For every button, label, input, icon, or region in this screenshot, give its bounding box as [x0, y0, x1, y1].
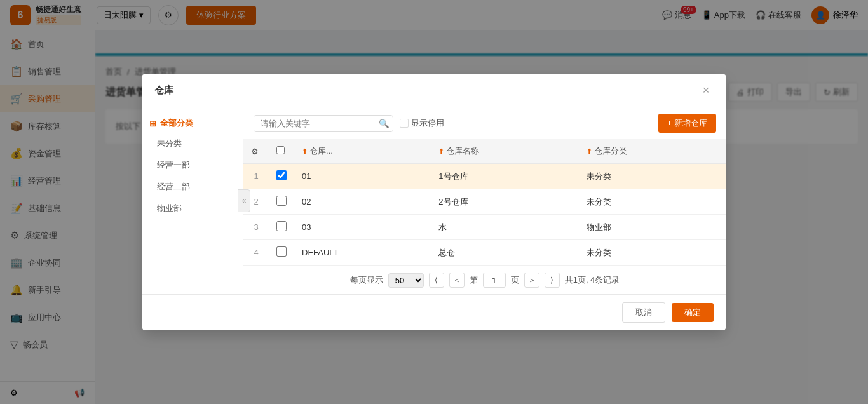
- data-table: ⚙ ⬆ 仓库... ⬆: [243, 139, 726, 266]
- search-input[interactable]: [254, 116, 374, 131]
- sort-icon-code: ⬆: [302, 147, 308, 156]
- category-panel: ⊞ 全部分类 未分类 经营一部 经营二部 物业部 «: [142, 107, 243, 294]
- page-size-select[interactable]: 50 10 20 100: [388, 273, 424, 288]
- modal-overlay: 仓库 × ⊞ 全部分类 未分类 经营一部 经营二部 物业部 «: [0, 0, 868, 404]
- row-seq: 4: [243, 240, 269, 266]
- table-body: 1 01 1号仓库 未分类 2 02 2号仓库 未分类 3 03 水 物业部 4…: [243, 164, 726, 266]
- search-button[interactable]: 🔍: [374, 116, 393, 131]
- row-checkbox[interactable]: [276, 196, 287, 206]
- grid-icon: ⊞: [149, 119, 156, 128]
- show-disabled-checkbox[interactable]: [400, 119, 409, 128]
- th-checkbox: [269, 139, 294, 164]
- th-code: ⬆ 仓库...: [294, 139, 431, 164]
- row-checkbox-cell[interactable]: [269, 189, 294, 215]
- table-row[interactable]: 2 02 2号仓库 未分类: [243, 189, 726, 215]
- table-row[interactable]: 1 01 1号仓库 未分类: [243, 164, 726, 189]
- page-input[interactable]: [483, 273, 506, 288]
- prev-page-button[interactable]: ＜: [449, 273, 465, 288]
- row-name: 水: [431, 215, 578, 240]
- cancel-button[interactable]: 取消: [622, 302, 665, 323]
- sort-icon-name: ⬆: [438, 147, 444, 156]
- modal-close-button[interactable]: ×: [698, 83, 714, 98]
- row-code: 01: [294, 164, 431, 189]
- row-name: 2号仓库: [431, 189, 578, 215]
- row-code: DEFAULT: [294, 240, 431, 266]
- table-panel: 🔍 显示停用 + 新增仓库 ⚙: [243, 107, 726, 294]
- th-category: ⬆ 仓库分类: [579, 139, 726, 164]
- row-seq: 3: [243, 215, 269, 240]
- row-checkbox-cell[interactable]: [269, 215, 294, 240]
- row-category: 物业部: [579, 215, 726, 240]
- row-checkbox-cell[interactable]: [269, 240, 294, 266]
- pagination: 每页显示 50 10 20 100 ⟨ ＜ 第 页 ＞ ⟩ 共1页, 4条记录: [243, 266, 726, 294]
- row-seq: 1: [243, 164, 269, 189]
- row-checkbox[interactable]: [276, 221, 287, 231]
- table-row[interactable]: 4 DEFAULT 总仓 未分类: [243, 240, 726, 266]
- warehouse-modal: 仓库 × ⊞ 全部分类 未分类 经营一部 经营二部 物业部 «: [142, 74, 726, 330]
- table-row[interactable]: 3 03 水 物业部: [243, 215, 726, 240]
- row-code: 03: [294, 215, 431, 240]
- warehouse-table: ⚙ ⬆ 仓库... ⬆: [243, 139, 726, 266]
- table-header-row: ⚙ ⬆ 仓库... ⬆: [243, 139, 726, 164]
- sort-icon-category: ⬆: [587, 147, 592, 156]
- row-name: 1号仓库: [431, 164, 578, 189]
- row-checkbox[interactable]: [276, 170, 287, 180]
- collapse-panel-button[interactable]: «: [238, 189, 250, 212]
- modal-title: 仓库: [154, 84, 173, 97]
- modal-body: ⊞ 全部分类 未分类 经营一部 经营二部 物业部 « 🔍: [142, 107, 726, 294]
- show-disabled-label[interactable]: 显示停用: [400, 118, 444, 129]
- modal-header: 仓库 ×: [142, 74, 726, 107]
- search-box: 🔍: [254, 115, 393, 132]
- th-name: ⬆ 仓库名称: [431, 139, 578, 164]
- first-page-button[interactable]: ⟨: [429, 273, 444, 288]
- row-checkbox[interactable]: [276, 246, 287, 257]
- category-all[interactable]: ⊞ 全部分类: [142, 114, 243, 133]
- confirm-button[interactable]: 确定: [672, 303, 714, 322]
- next-page-button[interactable]: ＞: [524, 273, 539, 288]
- add-warehouse-button[interactable]: + 新增仓库: [658, 114, 716, 133]
- category-item-ops1[interactable]: 经营一部: [142, 154, 243, 176]
- row-category: 未分类: [579, 240, 726, 266]
- category-item-ops2[interactable]: 经营二部: [142, 176, 243, 198]
- row-name: 总仓: [431, 240, 578, 266]
- row-code: 02: [294, 189, 431, 215]
- last-page-button[interactable]: ⟩: [545, 273, 560, 288]
- modal-footer: 取消 确定: [142, 294, 726, 330]
- select-all-checkbox[interactable]: [276, 146, 285, 154]
- th-gear: ⚙: [243, 139, 269, 164]
- category-item-property[interactable]: 物业部: [142, 198, 243, 219]
- category-item-uncategorized[interactable]: 未分类: [142, 133, 243, 154]
- row-category: 未分类: [579, 189, 726, 215]
- row-checkbox-cell[interactable]: [269, 164, 294, 189]
- row-category: 未分类: [579, 164, 726, 189]
- table-toolbar: 🔍 显示停用 + 新增仓库: [243, 107, 726, 139]
